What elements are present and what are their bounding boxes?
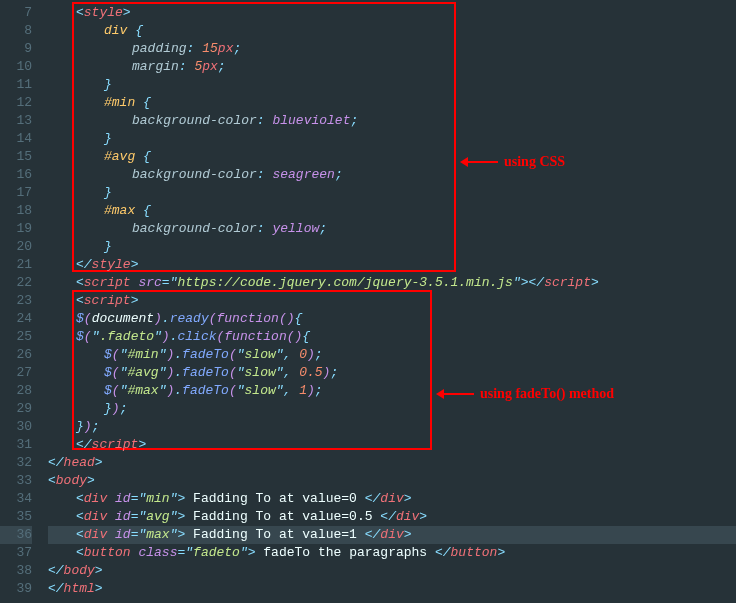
line-number: 14 xyxy=(0,130,32,148)
line-number: 15 xyxy=(0,148,32,166)
line-number: 36 xyxy=(0,526,32,544)
code-line[interactable]: <div id="min"> Fadding To at value=0 </d… xyxy=(48,490,736,508)
line-number: 9 xyxy=(0,40,32,58)
line-number: 8 xyxy=(0,22,32,40)
code-line[interactable]: <style> xyxy=(48,4,736,22)
line-number: 29 xyxy=(0,400,32,418)
line-number: 30 xyxy=(0,418,32,436)
code-line[interactable]: } xyxy=(48,130,736,148)
line-number: 24 xyxy=(0,310,32,328)
line-number: 23 xyxy=(0,292,32,310)
code-line[interactable]: $("#min").fadeTo("slow", 0); xyxy=(48,346,736,364)
code-line[interactable]: } xyxy=(48,184,736,202)
line-number: 16 xyxy=(0,166,32,184)
line-number: 18 xyxy=(0,202,32,220)
code-line[interactable]: $("#max").fadeTo("slow", 1); xyxy=(48,382,736,400)
line-number: 39 xyxy=(0,580,32,598)
line-number: 32 xyxy=(0,454,32,472)
line-number: 20 xyxy=(0,238,32,256)
line-number: 17 xyxy=(0,184,32,202)
code-line[interactable]: $(document).ready(function(){ xyxy=(48,310,736,328)
line-number: 22 xyxy=(0,274,32,292)
code-line[interactable]: </body> xyxy=(48,562,736,580)
code-line[interactable]: </style> xyxy=(48,256,736,274)
code-line[interactable]: <button class="fadeto"> fadeTo the parag… xyxy=(48,544,736,562)
line-number: 28 xyxy=(0,382,32,400)
line-number: 25 xyxy=(0,328,32,346)
code-line[interactable]: background-color: yellow; xyxy=(48,220,736,238)
code-line[interactable]: div { xyxy=(48,22,736,40)
code-line[interactable]: margin: 5px; xyxy=(48,58,736,76)
line-number: 38 xyxy=(0,562,32,580)
line-number: 19 xyxy=(0,220,32,238)
line-number-gutter: 7891011121314151617181920212223242526272… xyxy=(0,0,48,603)
code-line[interactable]: <body> xyxy=(48,472,736,490)
code-area[interactable]: using CSS using fadeTo() method <style> … xyxy=(48,0,736,603)
line-number: 33 xyxy=(0,472,32,490)
line-number: 12 xyxy=(0,94,32,112)
code-line[interactable]: #min { xyxy=(48,94,736,112)
line-number: 11 xyxy=(0,76,32,94)
line-number: 13 xyxy=(0,112,32,130)
line-number: 21 xyxy=(0,256,32,274)
code-editor: 7891011121314151617181920212223242526272… xyxy=(0,0,736,603)
code-line-highlighted[interactable]: <div id="max"> Fadding To at value=1 </d… xyxy=(48,526,736,544)
code-line[interactable]: background-color: seagreen; xyxy=(48,166,736,184)
code-line[interactable]: </html> xyxy=(48,580,736,598)
line-number: 31 xyxy=(0,436,32,454)
code-line[interactable]: <script> xyxy=(48,292,736,310)
code-line[interactable]: background-color: blueviolet; xyxy=(48,112,736,130)
line-number: 7 xyxy=(0,4,32,22)
code-line[interactable]: }); xyxy=(48,400,736,418)
line-number: 37 xyxy=(0,544,32,562)
code-line[interactable]: #avg { xyxy=(48,148,736,166)
code-line[interactable]: $(".fadeto").click(function(){ xyxy=(48,328,736,346)
line-number: 27 xyxy=(0,364,32,382)
line-number: 34 xyxy=(0,490,32,508)
code-line[interactable]: $("#avg").fadeTo("slow", 0.5); xyxy=(48,364,736,382)
code-line[interactable]: } xyxy=(48,238,736,256)
line-number: 26 xyxy=(0,346,32,364)
code-line[interactable]: <div id="avg"> Fadding To at value=0.5 <… xyxy=(48,508,736,526)
code-line[interactable]: padding: 15px; xyxy=(48,40,736,58)
line-number: 10 xyxy=(0,58,32,76)
code-line[interactable]: }); xyxy=(48,418,736,436)
code-line[interactable]: #max { xyxy=(48,202,736,220)
code-line[interactable]: <script src="https://code.jquery.com/jqu… xyxy=(48,274,736,292)
code-line[interactable]: </script> xyxy=(48,436,736,454)
code-line[interactable]: </head> xyxy=(48,454,736,472)
line-number: 35 xyxy=(0,508,32,526)
code-line[interactable]: } xyxy=(48,76,736,94)
